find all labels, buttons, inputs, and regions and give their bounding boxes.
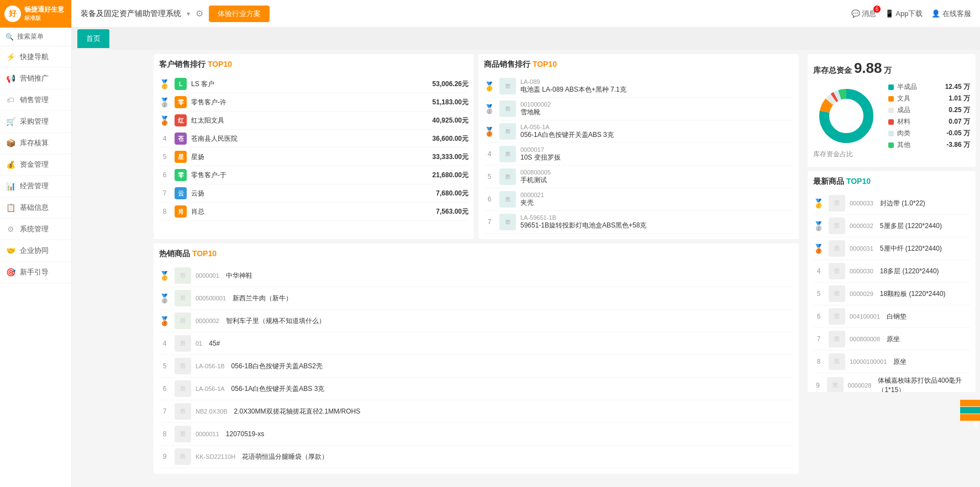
product-name: 电池盖 LA-089 ABS本色+黑种 7.1克 bbox=[520, 85, 626, 94]
rank-number: 6 bbox=[813, 313, 824, 320]
product-thumbnail: 图 bbox=[829, 218, 845, 234]
legend-dot bbox=[888, 108, 894, 113]
table-row: 🥉 红 红太阳文具 40,925.00元 bbox=[159, 112, 468, 130]
customer-name: 零售客户-许 bbox=[191, 98, 428, 107]
medal-icon: 🥉 bbox=[484, 126, 495, 137]
medal-icon: 🥈 bbox=[484, 104, 495, 114]
table-row: 4 图 0000017 10S 变扭罗扳 bbox=[484, 143, 793, 166]
product-info: LA-056-1A 056-1A白色按键开关盖ABS 3克 bbox=[520, 124, 614, 140]
list-item: 🥉 图 0000031 5厘中纤 (1220*2440) bbox=[813, 237, 970, 260]
list-item: 5 图 LA-056-1B 056-1B白色按键开关盖ABS2壳 bbox=[159, 355, 793, 378]
nav-label-9: 系统管理 bbox=[20, 224, 49, 234]
product-thumbnail: 图 bbox=[175, 448, 191, 465]
customer-amount: 36,600.00元 bbox=[433, 134, 468, 144]
table-row: 6 零 零售客户-于 21,680.00元 bbox=[159, 166, 468, 184]
sidebar-item-9[interactable]: ⚙系统管理 bbox=[0, 219, 71, 240]
product-thumbnail: 图 bbox=[499, 191, 516, 208]
list-item: 6 图 LA-056-1A 056-1A白色按键开关盖ABS 3克 bbox=[159, 378, 793, 400]
product-code: 0000029 bbox=[850, 290, 873, 297]
product-thumbnail: 图 bbox=[499, 146, 516, 162]
medal-gold-icon: 🥇 bbox=[159, 79, 170, 89]
rank-number: 7 bbox=[159, 189, 170, 197]
product-code: 0000030 bbox=[850, 268, 873, 274]
message-button[interactable]: 💬 消息 6 bbox=[851, 9, 877, 19]
table-row: 🥇 L LS 客户 53,006.26元 bbox=[159, 75, 468, 93]
nav-icon-11: 🎯 bbox=[6, 267, 15, 277]
product-code: 10000100001 bbox=[850, 358, 887, 365]
sidebar-item-11[interactable]: 🎯新手引导 bbox=[0, 262, 71, 283]
search-label: 搜索菜单 bbox=[17, 32, 44, 41]
product-name: 18颗粒板 (1220*2440) bbox=[880, 289, 946, 299]
legend-dot bbox=[888, 142, 894, 148]
table-row: 4 苍 苍南县人民医院 36,600.00元 bbox=[159, 130, 468, 148]
legend-value: 0.07 万 bbox=[949, 117, 970, 126]
legend-label: 文具 bbox=[897, 94, 910, 103]
customer-badge: 星 bbox=[175, 151, 187, 163]
nav-label-5: 库存核算 bbox=[20, 138, 49, 148]
product-code: LA-59651-1B bbox=[520, 214, 646, 221]
nav-tabs: 首页 bbox=[72, 28, 980, 50]
float-service-button[interactable]: 客服热线 bbox=[960, 400, 980, 406]
customer-badge: 红 bbox=[175, 114, 187, 126]
sidebar-item-1[interactable]: ⚡快捷导航 bbox=[0, 46, 71, 68]
inventory-label: 库存资金占比 bbox=[813, 150, 970, 159]
medal-bronze-icon: 🥉 bbox=[159, 115, 170, 126]
product-code: 01 bbox=[196, 340, 202, 347]
nav-label-1: 快捷导航 bbox=[20, 52, 49, 62]
sidebar-item-4[interactable]: 🛒采购管理 bbox=[0, 111, 71, 133]
logo-icon: 好 bbox=[4, 6, 21, 22]
product-code: 0000021 bbox=[520, 192, 544, 198]
sidebar-item-3[interactable]: 🏷销售管理 bbox=[0, 89, 71, 111]
sidebar-search[interactable]: 🔍 搜索菜单 bbox=[0, 28, 71, 46]
product-name: 056-1A白色按键开关盖ABS 3克 bbox=[520, 130, 614, 140]
product-name: 18多层 (1220*2440) bbox=[880, 267, 939, 276]
inventory-panel: 库存总资金 9.88 万 半成品 12.45 万 文具 1.01 万 成品 0.… bbox=[808, 54, 976, 167]
online-service-button[interactable]: 👤 在线客服 bbox=[931, 9, 971, 19]
customer-ranking-table: 🥇 L LS 客户 53,006.26元🥈 零 零售客户-许 51,183.00… bbox=[159, 75, 468, 221]
table-row: 6 图 0000021 夹壳 bbox=[484, 188, 793, 211]
app-download-button[interactable]: 📱 App下载 bbox=[885, 9, 923, 19]
float-community-button[interactable]: 服务社区 bbox=[960, 407, 980, 414]
sidebar-item-7[interactable]: 📊经营管理 bbox=[0, 176, 71, 197]
float-buttons: 客服热线 服务社区 直播 bbox=[960, 400, 980, 421]
sidebar-item-10[interactable]: 🤝企业协同 bbox=[0, 240, 71, 262]
product-code: 0000031 bbox=[850, 245, 873, 252]
nav-icon-9: ⚙ bbox=[6, 224, 15, 234]
sidebar-item-5[interactable]: 📦库存核算 bbox=[0, 133, 71, 154]
new-products-title: 最新商品 TOP10 bbox=[813, 177, 970, 187]
tab-home[interactable]: 首页 bbox=[77, 29, 109, 48]
customer-amount: 7,563.00元 bbox=[436, 207, 468, 216]
legend-value: 1.01 万 bbox=[949, 94, 970, 103]
nav-label-10: 企业协同 bbox=[20, 246, 49, 256]
nav-icon-1: ⚡ bbox=[6, 52, 15, 62]
rank-number: 6 bbox=[159, 171, 170, 179]
float-live-button[interactable]: 直播 bbox=[960, 414, 980, 421]
product-name: 花语萌恒温分腿睡袋（厚款） bbox=[242, 452, 328, 462]
product-name: 5厘多层 (1220*2440) bbox=[880, 221, 942, 231]
product-name: 体械嘉枚味苏打饮品400毫升（1*15） bbox=[878, 376, 970, 392]
rank-number: 8 bbox=[813, 358, 824, 366]
rank-number: 7 bbox=[484, 218, 495, 226]
hot-products-title: 热销商品 TOP10 bbox=[159, 249, 793, 259]
dropdown-arrow[interactable]: ▾ bbox=[187, 10, 190, 18]
rank-number: 5 bbox=[159, 153, 170, 161]
product-code: LA-056-1A bbox=[520, 124, 614, 130]
settings-icon[interactable]: ⚙ bbox=[196, 8, 203, 19]
list-item: 9 图 0000028 体械嘉枚味苏打饮品400毫升（1*15） bbox=[813, 373, 970, 392]
customer-badge: 肖 bbox=[175, 205, 187, 218]
customer-amount: 40,925.00元 bbox=[433, 116, 468, 125]
list-item: 8 图 0000011 12070519-xs bbox=[159, 423, 793, 446]
product-code: 001000002 bbox=[520, 101, 551, 108]
trial-button[interactable]: 体验行业方案 bbox=[209, 6, 270, 22]
product-name: 2.0X30MM双搓花轴搓花直径2.1MM/ROHS bbox=[234, 407, 360, 416]
sidebar-item-8[interactable]: 📋基础信息 bbox=[0, 197, 71, 219]
customer-amount: 21,680.00元 bbox=[433, 171, 468, 180]
medal-icon: 🥇 bbox=[159, 271, 170, 281]
list-item: 4 图 0000030 18多层 (1220*2440) bbox=[813, 260, 970, 283]
product-thumbnail: 图 bbox=[175, 358, 191, 374]
legend-item: 材料 0.07 万 bbox=[888, 117, 970, 126]
sidebar-item-6[interactable]: 💰资金管理 bbox=[0, 154, 71, 176]
sidebar-item-2[interactable]: 📢营销推广 bbox=[0, 68, 71, 89]
list-item: 🥇 图 0000001 中华神鞋 bbox=[159, 264, 793, 287]
nav-icon-3: 🏷 bbox=[6, 95, 15, 105]
